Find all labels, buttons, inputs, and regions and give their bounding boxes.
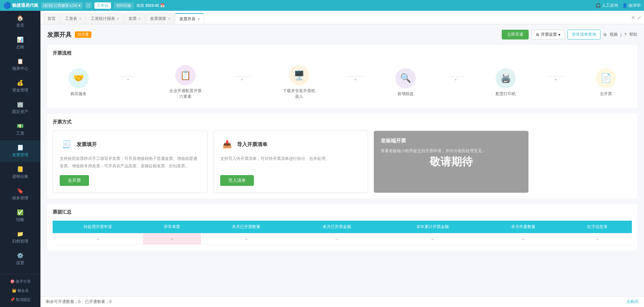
main-layout: 🏠首页📊总账📋报表中心💰资金管理🏢固定资产💵工资🧾发票管理📒进销台账🔖税务管理✅…: [0, 11, 644, 307]
flow-step-label-0: 购买服务: [70, 91, 87, 97]
flow-section: 开票流程 🤝 购买服务 ▸ 📋 企业开通配置开票六要素 ▸ 🖥️ 下载并安装开票…: [47, 45, 637, 108]
sidebar-item-归档管理[interactable]: 📁归档管理: [0, 227, 40, 248]
flow-step-4: 🖨️ 配置打印机: [496, 68, 516, 97]
fill-invoice-icon: 🧾: [60, 138, 73, 151]
sidebar-item-首页[interactable]: 🏠首页: [0, 11, 40, 32]
flow-step-label-3: 新增税盘: [398, 91, 414, 97]
bottom-bar-left: 剩余可开通数量：0 已开通数量：0: [46, 299, 112, 305]
import-invoice-desc: 支持导入待开票清单，可对待开票清单进行拆分、合并处理。: [220, 155, 361, 170]
tab-close-1[interactable]: ×: [79, 17, 81, 21]
sidebar-item-beginner[interactable]: 🎯新手引导: [0, 277, 40, 286]
tab-close-2[interactable]: ×: [117, 17, 119, 21]
flow-icon-2: 🖥️: [289, 65, 309, 85]
flow-arrow-0: ▸: [120, 76, 137, 88]
tab-首页[interactable]: 首页: [43, 13, 60, 24]
flow-step-2: 🖥️ 下载并安装开票机器人: [282, 65, 316, 100]
sidebar-item-发票管理[interactable]: 🧾发票管理: [0, 140, 40, 162]
flow-arrow-2: ▸: [347, 76, 364, 88]
sidebar-item-税务管理[interactable]: 🔖税务管理: [0, 184, 40, 205]
sidebar: 🏠首页📊总账📋报表中心💰资金管理🏢固定资产💵工资🧾发票管理📒进销台账🔖税务管理✅…: [0, 11, 40, 307]
sidebar-item-工资[interactable]: 💵工资: [0, 119, 40, 140]
summary-col-header-5: 本月作废数量: [484, 221, 563, 233]
sidebar-label-8: 税务管理: [12, 195, 28, 201]
import-invoice-card: 📥 导入开票清单 支持导入待开票清单，可对待开票清单进行拆分、合并处理。 导入清…: [213, 131, 368, 193]
tab-发票开具[interactable]: 发票开具×: [175, 13, 204, 24]
flow-step-label-1: 企业开通配置开票六要素: [169, 88, 202, 100]
tab-label-5: 发票开具: [179, 16, 196, 22]
summary-cell-6: --: [563, 233, 632, 245]
flow-step-1: 📋 企业开通配置开票六要素: [169, 65, 202, 100]
import-invoice-icon: 📥: [220, 138, 234, 151]
flow-icon-0: 🤝: [68, 68, 89, 88]
question-icon: ?: [624, 32, 626, 37]
status-badge: 待开通: [75, 31, 91, 38]
header-actions: 立即开通 ⚙ 开票设置 ▾ 异常清单查询 ⚙ 视频 | ? 帮助: [502, 30, 637, 39]
page-content: 发票开具 待开通 立即开通 ⚙ 开票设置 ▾ 异常清单查询 ⚙ 视频 |: [40, 24, 644, 296]
workspace-button[interactable]: 工作台: [94, 2, 111, 9]
tab-close-5[interactable]: ×: [198, 17, 200, 21]
tab-发票[interactable]: 发票×: [124, 13, 145, 24]
sidebar-item-固定资产[interactable]: 🏢固定资产: [0, 97, 40, 119]
summary-col-header-6: 红字信息单: [563, 221, 632, 233]
service-button[interactable]: 🎧 人工咨询: [595, 3, 618, 8]
app-logo: 🔵 畅捷通易代账: [3, 2, 38, 9]
view-link[interactable]: 视频: [610, 32, 618, 37]
flow-step-label-4: 配置打印机: [496, 91, 516, 97]
sidebar-item-总账[interactable]: 📊总账: [0, 32, 40, 54]
sidebar-item-member[interactable]: 👑畅会员: [0, 286, 40, 295]
fill-invoice-title: 发票填开: [77, 141, 97, 148]
remaining-label: 剩余可开通数量：0: [46, 299, 81, 304]
user-avatar[interactable]: 👤 徐泽华: [622, 3, 641, 8]
sidebar-label-7: 进销台账: [12, 174, 28, 179]
tab-bar: 首页工资表×工资统计报表×发票×发票测算×发票开具× ✕ ⤢: [40, 11, 644, 24]
expand-icon[interactable]: ⤢: [637, 15, 641, 20]
tab-发票测算[interactable]: 发票测算×: [146, 13, 175, 24]
switch-old-button[interactable]: 切到旧版: [114, 2, 134, 9]
sidebar-item-结账[interactable]: ✅结账: [0, 205, 40, 227]
page-header: 发票开具 待开通 立即开通 ⚙ 开票设置 ▾ 异常清单查询 ⚙ 视频 |: [47, 30, 637, 39]
tab-label-0: 首页: [48, 16, 56, 22]
flow-steps: 🤝 购买服务 ▸ 📋 企业开通配置开票六要素 ▸ 🖥️ 下载并安装开票机器人 ▸…: [53, 62, 632, 103]
tab-close-4[interactable]: ×: [168, 17, 170, 21]
summary-cell-2: --: [201, 233, 291, 245]
sidebar-icon-11: ⚙️: [17, 252, 24, 259]
go-invoice-button[interactable]: 去开票: [60, 175, 89, 186]
summary-cell-5: --: [484, 233, 563, 245]
sidebar-item-资金管理[interactable]: 💰资金管理: [0, 76, 40, 97]
settings-button[interactable]: ⚙ 开票设置 ▾: [531, 30, 565, 39]
top-bar-right: 🎧 人工咨询 👤 徐泽华: [595, 3, 641, 8]
boss-invoice-desc: 查看老板端小程序提交的开票申请，并作出相应处理意见。: [381, 147, 522, 154]
tab-close-3[interactable]: ×: [139, 17, 141, 21]
summary-section-title: 票据汇总: [53, 209, 632, 215]
sidebar-icon-3: 💰: [17, 80, 24, 86]
import-invoice-button[interactable]: 导入清单: [220, 175, 254, 186]
tab-工资表[interactable]: 工资表×: [61, 13, 86, 24]
summary-cell-4: --: [382, 233, 484, 245]
sidebar-item-进销台账[interactable]: 📒进销台账: [0, 162, 40, 184]
sidebar-bottom: 🎯新手引导 👑畅会员 📌取消固定: [0, 274, 40, 307]
top-bar: 🔵 畅捷通易代账 (处划) 江西服室-LSS ▾ □ 工作台 切到旧版 账期 2…: [0, 0, 644, 11]
company-select[interactable]: (处划) 江西服室-LSS ▾: [41, 2, 83, 9]
sidebar-item-报表中心[interactable]: 📋报表中心: [0, 54, 40, 76]
settings-icon-small: ⚙: [603, 32, 607, 37]
sidebar-label-0: 首页: [16, 23, 24, 28]
flow-icon-5: 📄: [596, 68, 616, 88]
sidebar-icon-5: 💵: [17, 123, 24, 129]
sidebar-icon-1: 📊: [17, 36, 24, 43]
pin-toggle[interactable]: 📌取消固定: [0, 295, 40, 304]
sidebar-label-5: 工资: [16, 131, 24, 136]
copy-button[interactable]: □: [85, 2, 92, 8]
page-title-group: 发票开具 待开通: [47, 31, 91, 39]
buy-link[interactable]: 去购买: [626, 299, 639, 305]
page-title: 发票开具: [47, 31, 71, 39]
flow-section-title: 开票流程: [53, 50, 632, 56]
help-link[interactable]: 帮助: [629, 32, 637, 37]
sidebar-item-设置[interactable]: ⚙️设置: [0, 248, 40, 270]
query-button[interactable]: 异常清单查询: [567, 30, 601, 39]
sidebar-icon-8: 🔖: [17, 188, 24, 194]
close-window-icon[interactable]: ✕: [631, 15, 635, 20]
way-cards: 🧾 发票填开 支持按照发票样式手工填写开发票；可开具增值税电子普通发票、增值税普…: [53, 131, 632, 193]
instant-open-button[interactable]: 立即开通: [502, 30, 529, 39]
tab-工资统计报表[interactable]: 工资统计报表×: [86, 13, 123, 24]
settings-icon: ⚙: [536, 32, 539, 37]
